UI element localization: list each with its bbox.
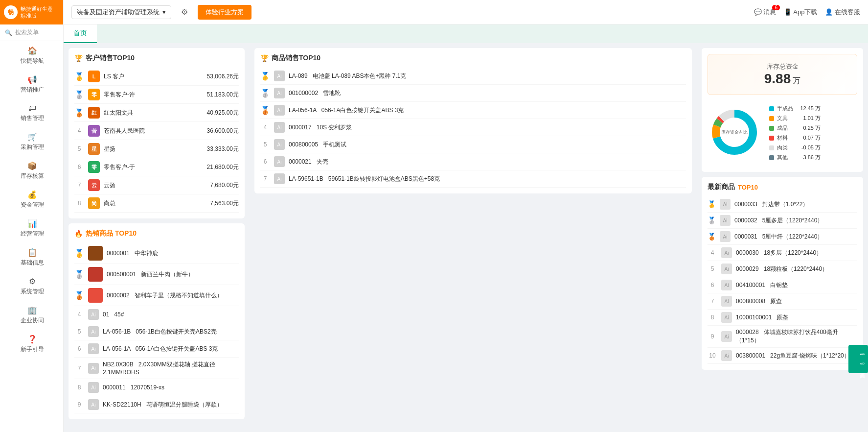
product-rank-item: 6 Ai 0000021 夹壳 [260,153,686,170]
content-left: 🏆 客户销售TOP10 🥇 L LS 客户 53,006.26元 🥈 零 零售客… [64,43,250,432]
product-icon: Ai [88,326,99,337]
hot-product-item: 9 Ai KK-SD22110H 花语萌恒温分腿睡袋（厚款） [74,396,239,413]
operation-icon: 📊 [27,219,37,228]
sidebar-item-marketing[interactable]: 📢 营销推广 [0,70,63,99]
sidebar-logo: 畅 畅捷通好生意 标准版 [0,0,63,24]
new-products-label: 最新商品 [708,183,735,192]
trial-button[interactable]: 体验行业方案 [198,5,251,20]
new-product-icon: Ai [721,312,732,323]
sidebar-item-purchase[interactable]: 🛒 采购管理 [0,127,63,156]
company-icon: 🏢 [27,306,37,315]
service-icon: 👤 [825,8,833,16]
sidebar-item-finance[interactable]: 💰 资金管理 [0,185,63,214]
search-icon: 🔍 [5,29,12,36]
tab-home[interactable]: 首页 [64,24,97,43]
new-product-item: 7 Ai 000800008 原查 [708,293,857,310]
service-community-button[interactable]: 服务社区 [848,355,868,364]
hot-product-item: 5 Ai LA-056-1B 056-1B白色按键开关壳ABS2壳 [74,323,239,340]
sidebar-item-inventory[interactable]: 📦 库存核算 [0,156,63,185]
product-icon: Ai [88,309,99,320]
product-icon: Ai [88,399,99,410]
online-service-button[interactable]: 👤 在线客服 [825,8,860,17]
sidebar-item-label: 基础信息 [21,259,44,267]
new-product-item: 🥇 Ai 0000033 封边带（1.0*22） [708,196,857,213]
sales-icon: 🏷 [28,104,36,113]
product-icon: Ai [274,139,285,150]
sidebar-item-label: 新手引导 [21,345,44,354]
hot-products-card: 🔥 热销商品 TOP10 🥇 0000001 中华神鹿 🥈 000500001 … [69,223,245,419]
content: 🏆 客户销售TOP10 🥇 L LS 客户 53,006.26元 🥈 零 零售客… [64,43,868,432]
new-product-icon: Ai [721,264,732,274]
sidebar-item-sales[interactable]: 🏷 销售管理 [0,99,63,127]
new-product-icon: Ai [720,199,731,210]
customer-rank-item: 🥉 红 红太阳文具 40,925.00元 [74,104,239,122]
trophy-icon: 🏆 [74,54,83,62]
base-icon: 📋 [27,248,37,257]
sidebar-item-label: 采购管理 [21,143,44,151]
fire-icon: 🔥 [74,230,83,238]
inventory-card: 库存总资金 9.88 万 [702,48,863,172]
product-icon: Ai [274,71,285,81]
sidebar-nav: 🏠 快捷导航 📢 营销推广 🏷 销售管理 🛒 采购管理 📦 库存核算 💰 资金管… [0,41,63,432]
hot-product-item: 6 Ai LA-056-1A 056-1A白色按键开关盖ABS 3克 [74,340,239,358]
new-product-icon: Ai [721,296,732,307]
product-rank-title: 🏆 商品销售TOP10 [260,54,686,63]
product-rank-item: 🥇 Ai LA-089 电池盖 LA-089 ABS本色+黑种 7.1克 [260,68,686,85]
purchase-icon: 🛒 [27,132,37,142]
legend-item: 材料 0.07 万 [769,134,821,142]
customer-rank-item: 8 尚 尚总 7,563.00元 [74,194,239,213]
message-icon: 💬 [754,8,762,16]
new-product-item: 4 Ai 0000030 18多层（1220*2440） [708,245,857,261]
hot-products-title: 🔥 热销商品 TOP10 [74,229,239,238]
new-products-list: 🥇 Ai 0000033 封边带（1.0*22） 🥈 Ai 0000032 5厘… [708,196,857,364]
system-selector[interactable]: 装备及固定资产辅助管理系统 ▾ [71,5,171,19]
inventory-unit: 万 [793,76,800,86]
sidebar-item-operation[interactable]: 📊 经营管理 [0,214,63,243]
product-icon: Ai [88,382,99,393]
product-rank-item: 🥈 Ai 001000002 雪地靴 [260,85,686,102]
sidebar-search[interactable]: 🔍 搜索菜单 [0,24,63,41]
new-product-icon: Ai [720,231,731,242]
message-button[interactable]: 💬 消息 6 [754,8,777,17]
app-label: App下载 [793,8,817,16]
tab-home-label: 首页 [73,29,87,38]
hot-product-item: 4 Ai 01 45# [74,306,239,323]
legend: 半成品 12.45 万 文具 1.01 万 成品 0.25 万 材料 0.07 … [769,105,821,161]
customer-rank-item: 4 苦 苍南县人民医院 36,600.00元 [74,122,239,140]
new-product-item: 9 Ai 0000028 体城嘉枝味苏打饮品400毫升（1*15） [708,326,857,348]
sidebar-item-label: 库存核算 [21,172,44,180]
sidebar: 畅 畅捷通好生意 标准版 🔍 搜索菜单 🏠 快捷导航 📢 营销推广 🏷 销售管理… [0,0,64,432]
guide-icon: ❓ [27,335,37,344]
product-rank-item: 🥉 Ai LA-056-1A 056-1A白色按键开关盖ABS 3克 [260,102,686,119]
sidebar-item-label: 系统管理 [21,288,44,296]
tabbar: 首页 [64,24,868,43]
new-products-card: 最新商品 TOP10 🥇 Ai 0000033 封边带（1.0*22） 🥈 Ai… [702,177,863,370]
logo-icon: 畅 [4,5,18,19]
customer-rank-card: 🏆 客户销售TOP10 🥇 L LS 客户 53,006.26元 🥈 零 零售客… [69,48,245,218]
customer-rank-item: 🥈 零 零售客户-许 51,183.00元 [74,86,239,104]
customer-service-button[interactable]: 客服热线 [848,345,868,355]
sidebar-item-system[interactable]: ⚙ 系统管理 [0,272,63,301]
sidebar-item-label: 企业协同 [21,316,44,325]
new-product-item: 🥉 Ai 0000031 5厘中纤（1220*2440） [708,229,857,245]
legend-item: 半成品 12.45 万 [769,105,821,112]
new-product-icon: Ai [721,350,732,361]
legend-item: 肉类 -0.05 万 [769,144,821,151]
trophy-icon2: 🏆 [260,54,269,62]
sidebar-item-label: 资金管理 [21,201,44,209]
sidebar-item-quick-nav[interactable]: 🏠 快捷导航 [0,41,63,70]
sidebar-item-base[interactable]: 📋 基础信息 [0,243,63,272]
product-rank-item: 5 Ai 000800005 手机测试 [260,136,686,153]
product-icon: Ai [274,156,285,167]
app-download-button[interactable]: 📱 App下载 [784,8,817,17]
direct-button[interactable]: 直面 [848,364,868,373]
sidebar-item-guide[interactable]: ❓ 新手引导 [0,330,63,359]
sidebar-item-company[interactable]: 🏢 企业协同 [0,301,63,330]
new-products-title: 最新商品 TOP10 [708,183,857,192]
product-rank-list: 🥇 Ai LA-089 电池盖 LA-089 ABS本色+黑种 7.1克 🥈 A… [260,68,686,188]
product-icon: Ai [274,88,285,98]
product-icon: Ai [274,105,285,116]
settings-button[interactable]: ⚙ [177,5,192,20]
product-icon: Ai [274,122,285,133]
float-buttons: 客服热线 服务社区 直面 [848,345,868,373]
